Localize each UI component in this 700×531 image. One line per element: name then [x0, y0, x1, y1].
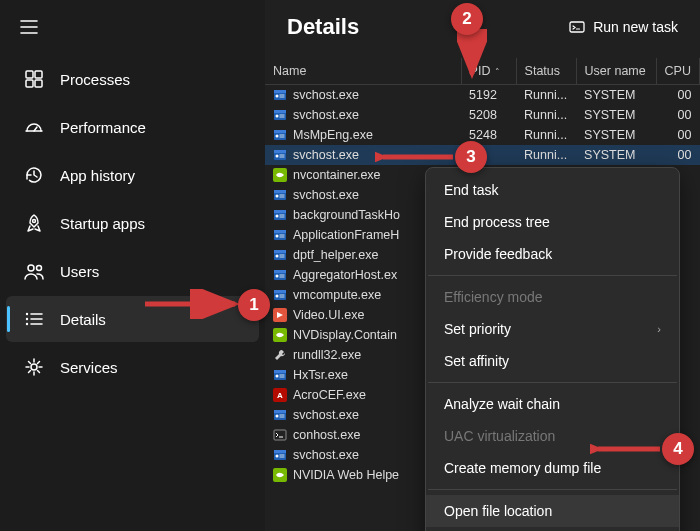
col-header-name[interactable]: Name: [265, 58, 461, 85]
process-icon: [273, 208, 287, 222]
svg-point-17: [276, 95, 279, 98]
details-icon: [24, 309, 44, 329]
process-name: Video.UI.exe: [293, 308, 364, 322]
process-name: backgroundTaskHo: [293, 208, 400, 222]
cell-user: SYSTEM: [576, 105, 656, 125]
process-icon: [273, 108, 287, 122]
ctx-uac: UAC virtualization: [426, 420, 679, 452]
process-name: NVIDIA Web Helpe: [293, 468, 399, 482]
process-name: conhost.exe: [293, 428, 360, 442]
svg-rect-59: [280, 275, 285, 276]
ctx-set-affinity[interactable]: Set affinity: [426, 345, 679, 377]
svg-rect-62: [274, 290, 286, 293]
cell-cpu: 00: [656, 125, 699, 145]
svg-rect-14: [570, 22, 584, 32]
ctx-end-task[interactable]: End task: [426, 174, 679, 206]
svg-rect-54: [280, 255, 285, 256]
svg-point-77: [276, 415, 279, 418]
ctx-dump[interactable]: Create memory dump file: [426, 452, 679, 484]
run-task-icon: [569, 19, 585, 35]
svg-rect-85: [280, 457, 285, 458]
svg-point-70: [276, 375, 279, 378]
svg-rect-69: [274, 370, 286, 373]
ctx-search-online[interactable]: Search online: [426, 527, 679, 531]
col-header-user[interactable]: User name: [576, 58, 656, 85]
table-row[interactable]: svchost.exeRunni...SYSTEM00: [265, 145, 700, 165]
cell-status: Runni...: [516, 125, 576, 145]
svg-rect-34: [280, 157, 285, 158]
history-icon: [24, 165, 44, 185]
svg-rect-71: [280, 375, 285, 376]
hamburger-menu-button[interactable]: [0, 8, 265, 46]
sidebar-item-label: Startup apps: [60, 215, 145, 232]
svg-point-48: [276, 235, 279, 238]
ctx-separator: [428, 489, 677, 490]
col-header-status[interactable]: Status: [516, 58, 576, 85]
table-row[interactable]: svchost.exe5192Runni...SYSTEM00: [265, 85, 700, 106]
cell-pid: [461, 145, 516, 165]
svg-rect-72: [280, 377, 285, 378]
svg-rect-16: [274, 90, 286, 93]
svg-rect-42: [274, 210, 286, 213]
svg-rect-40: [280, 197, 285, 198]
svg-point-53: [276, 255, 279, 258]
svg-text:A: A: [277, 391, 283, 400]
process-icon: [273, 168, 287, 182]
svg-rect-84: [280, 455, 285, 456]
svg-point-43: [276, 215, 279, 218]
svg-rect-1: [35, 71, 42, 78]
svg-rect-78: [280, 415, 285, 416]
sidebar-item-performance[interactable]: Performance: [6, 104, 259, 150]
sidebar-item-processes[interactable]: Processes: [6, 56, 259, 102]
process-icon: [273, 88, 287, 102]
process-name: dptf_helper.exe: [293, 248, 379, 262]
table-row[interactable]: MsMpEng.exe5248Runni...SYSTEM00: [265, 125, 700, 145]
svg-rect-26: [274, 130, 286, 133]
process-icon: [273, 308, 287, 322]
process-icon: [273, 148, 287, 162]
cell-user: SYSTEM: [576, 145, 656, 165]
table-row[interactable]: svchost.exe5208Runni...SYSTEM00: [265, 105, 700, 125]
svg-rect-33: [280, 155, 285, 156]
col-header-pid[interactable]: PID ˄: [461, 58, 516, 85]
ctx-efficiency: Efficiency mode: [426, 281, 679, 313]
sidebar-item-label: Performance: [60, 119, 146, 136]
users-icon: [24, 261, 44, 281]
process-icon: [273, 268, 287, 282]
process-name: svchost.exe: [293, 448, 359, 462]
ctx-end-tree[interactable]: End process tree: [426, 206, 679, 238]
svg-rect-45: [280, 217, 285, 218]
svg-rect-28: [280, 135, 285, 136]
svg-rect-79: [280, 417, 285, 418]
col-header-cpu[interactable]: CPU: [656, 58, 699, 85]
cell-cpu: 00: [656, 145, 699, 165]
svg-point-13: [31, 364, 37, 370]
process-icon: [273, 368, 287, 382]
run-new-task-button[interactable]: Run new task: [569, 19, 678, 35]
svg-rect-3: [35, 80, 42, 87]
process-icon: [273, 228, 287, 242]
ctx-separator: [428, 275, 677, 276]
svg-rect-24: [280, 117, 285, 118]
sidebar-item-details[interactable]: Details: [6, 296, 259, 342]
process-name: svchost.exe: [293, 408, 359, 422]
process-icon: [273, 468, 287, 482]
ctx-open-location[interactable]: Open file location: [426, 495, 679, 527]
svg-rect-29: [280, 137, 285, 138]
sidebar-item-label: Processes: [60, 71, 130, 88]
cell-cpu: 00: [656, 105, 699, 125]
ctx-set-priority[interactable]: Set priority›: [426, 313, 679, 345]
process-icon: [273, 128, 287, 142]
svg-rect-37: [274, 190, 286, 193]
process-name: HxTsr.exe: [293, 368, 348, 382]
sidebar-item-label: Details: [60, 311, 106, 328]
sidebar-item-app-history[interactable]: App history: [6, 152, 259, 198]
ctx-feedback[interactable]: Provide feedback: [426, 238, 679, 270]
svg-point-38: [276, 195, 279, 198]
performance-icon: [24, 117, 44, 137]
sidebar-item-startup-apps[interactable]: Startup apps: [6, 200, 259, 246]
process-name: AggregatorHost.ex: [293, 268, 397, 282]
sidebar-item-users[interactable]: Users: [6, 248, 259, 294]
ctx-analyze-wait[interactable]: Analyze wait chain: [426, 388, 679, 420]
sidebar-item-services[interactable]: Services: [6, 344, 259, 390]
